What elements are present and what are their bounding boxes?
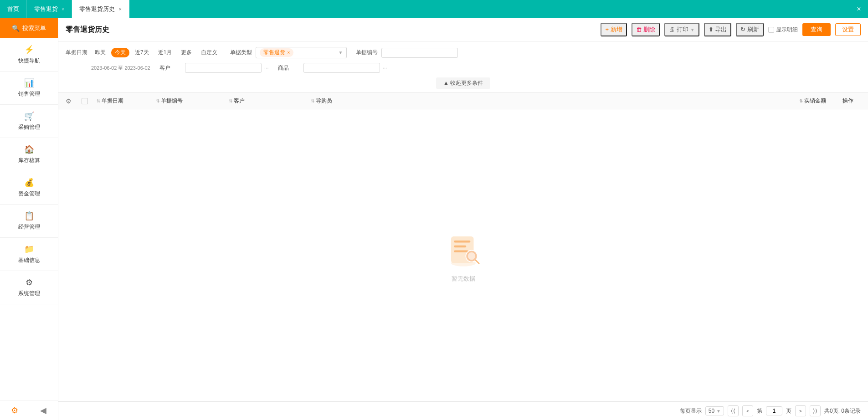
refresh-button[interactable]: ↻ 刷新 [736,23,764,36]
export-button[interactable]: ⬆ 导出 [704,23,732,36]
sidebar-settings-icon: ⚙ [11,405,18,415]
page-next-icon: ＞ [798,407,803,415]
type-select[interactable]: 零售退货 × ▼ [256,47,347,58]
table-settings-icon[interactable]: ⚙ [66,97,72,105]
empty-state-icon [443,228,484,269]
per-page-select[interactable]: 50 ▼ [705,406,724,415]
page-first-button[interactable]: ⟨⟨ [728,405,739,416]
refresh-button-label: ↻ 刷新 [740,26,759,34]
tab-retail-return-history-close[interactable]: × [118,6,121,12]
sidebar-item-operation[interactable]: 📋 经营管理 [0,205,58,238]
new-button[interactable]: + 新增 [601,23,627,36]
page-number-input[interactable] [766,406,782,415]
select-all-checkbox[interactable] [82,98,88,104]
sidebar-item-sales-label: 销售管理 [18,90,40,98]
collapse-button[interactable]: ▲ 收起更多条件 [436,77,490,89]
sidebar-search-button[interactable]: 🔍 搜索菜单 [0,18,58,38]
sort-guide-icon[interactable]: ⇅ [311,98,314,103]
sidebar-item-quick-nav[interactable]: ⚡ 快捷导航 [0,38,58,72]
sidebar-settings-button[interactable]: ⚙ [0,400,29,420]
page-last-button[interactable]: ⟩⟩ [810,405,821,416]
svg-rect-2 [454,241,470,243]
tab-retail-return-close[interactable]: × [62,6,64,12]
sort-customer-icon[interactable]: ⇅ [229,98,232,103]
date-chip-7days[interactable]: 近7天 [131,48,153,57]
orderno-input[interactable] [381,48,458,58]
customer-input[interactable] [185,63,262,73]
delete-button[interactable]: 🗑 删除 [632,23,660,36]
page-next-button[interactable]: ＞ [795,405,806,416]
close-app-button[interactable]: × [850,0,868,18]
sidebar: 🔍 搜索菜单 ⚡ 快捷导航 📊 销售管理 🛒 采购管理 🏠 库存核算 💰 [0,18,58,420]
sidebar-collapse-button[interactable]: ◀ [29,400,58,420]
goods-filter-label: 商品 [278,64,301,72]
goods-input[interactable] [303,63,380,73]
print-button-label: 🖨 打印 [669,26,688,34]
table-col-customer-label: 客户 [234,97,245,105]
query-button[interactable]: 查询 [802,23,831,36]
basic-info-icon: 📁 [24,244,34,254]
type-filter-label: 单据类型 [230,49,253,56]
search-icon: 🔍 [12,25,20,32]
type-tag-remove[interactable]: × [287,50,290,55]
svg-rect-3 [454,245,466,247]
tab-retail-return-history[interactable]: 零售退货历史 × [72,0,129,18]
sidebar-item-purchase-mgmt[interactable]: 🛒 采购管理 [0,105,58,138]
page-first-icon: ⟨⟨ [731,408,735,414]
type-tag-label: 零售退货 [263,49,285,56]
sidebar-item-inventory[interactable]: 🏠 库存核算 [0,138,58,171]
table-col-checkbox[interactable] [77,98,93,104]
sort-date-icon[interactable]: ⇅ [97,98,100,103]
tab-home[interactable]: 首页 [0,0,27,18]
settings-button-label: 设置 [842,26,854,33]
filter-row-1: 单据日期 昨天 今天 近7天 近1月 更多 自定义 单据类型 [66,47,861,58]
settings-button[interactable]: 设置 [835,23,861,36]
finance-icon: 💰 [24,178,34,188]
goods-dots[interactable]: ··· [383,65,387,71]
sidebar-search-label: 搜索菜单 [22,24,46,32]
print-dropdown-icon: ▼ [690,27,695,32]
svg-line-7 [476,260,479,263]
per-page-label: 每页显示 [680,407,702,415]
date-chip-today[interactable]: 今天 [111,48,129,57]
date-chip-1month[interactable]: 近1月 [154,48,176,57]
empty-state: 暂无数据 [58,109,868,401]
sidebar-item-basic-info[interactable]: 📁 基础信息 [0,238,58,271]
sort-amount-icon[interactable]: ⇅ [799,98,803,103]
filter-row-2: 2023-06-02 至 2023-06-02 客户 ··· 商品 ··· [66,63,861,73]
orderno-filter-label: 单据编号 [356,49,379,56]
table-col-settings[interactable]: ⚙ [60,97,77,105]
table-col-customer: ⇅ 客户 [225,97,307,105]
sidebar-item-system-label: 系统管理 [18,290,40,297]
type-tag: 零售退货 × [260,48,293,57]
sort-orderno-icon[interactable]: ⇅ [156,98,159,103]
table-area: ⚙ ⇅ 单据日期 ⇅ 单据编号 ⇅ 客户 ⇅ [58,93,868,401]
page-header: 零售退货历史 + 新增 🗑 删除 🖨 打印 ▼ ⬆ 导出 ↻ 刷新 [58,18,868,41]
table-col-order-no: ⇅ 单据编号 [152,97,225,105]
sidebar-item-sales-mgmt[interactable]: 📊 销售管理 [0,72,58,105]
main-layout: 🔍 搜索菜单 ⚡ 快捷导航 📊 销售管理 🛒 采购管理 🏠 库存核算 💰 [0,18,868,420]
show-detail-checkbox[interactable] [768,27,774,33]
date-chip-custom[interactable]: 自定义 [197,48,221,57]
date-chip-more[interactable]: 更多 [177,48,195,57]
sidebar-item-finance-label: 资金管理 [18,190,40,198]
date-chip-yesterday[interactable]: 昨天 [91,48,109,57]
show-detail-label: 显示明细 [776,26,798,34]
print-button[interactable]: 🖨 打印 ▼ [664,23,699,36]
tab-retail-return[interactable]: 零售退货 × [27,0,72,18]
total-records-label: 共0页, 0条记录 [824,407,861,415]
sidebar-item-system[interactable]: ⚙ 系统管理 [0,271,58,304]
sidebar-item-finance[interactable]: 💰 资金管理 [0,171,58,205]
system-icon: ⚙ [26,277,33,287]
pagination-bar: 每页显示 50 ▼ ⟨⟨ ＜ 第 页 ＞ ⟩⟩ 共0页, 0条记录 [58,401,868,420]
customer-filter-label: 客户 [159,64,182,72]
show-detail-wrap: 显示明细 [768,26,798,34]
table-col-guide-label: 导购员 [316,97,332,105]
tab-home-label: 首页 [7,5,19,13]
sidebar-item-operation-label: 经营管理 [18,223,40,231]
customer-dots[interactable]: ··· [264,65,269,71]
sidebar-item-quick-nav-label: 快捷导航 [18,57,40,65]
sidebar-bottom: ⚙ ◀ [0,400,58,420]
page-last-icon: ⟩⟩ [813,408,817,414]
page-prev-button[interactable]: ＜ [742,405,753,416]
